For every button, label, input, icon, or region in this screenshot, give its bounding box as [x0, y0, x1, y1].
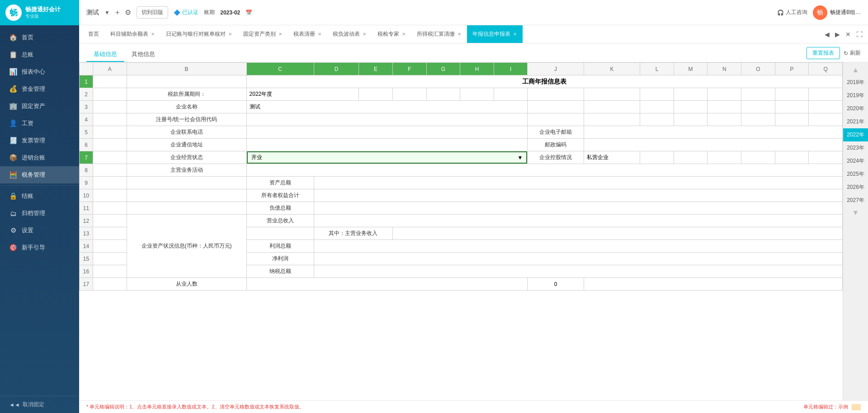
- cell-9-b[interactable]: [127, 177, 246, 189]
- tab-home[interactable]: 首页: [83, 25, 105, 43]
- cell-4-l[interactable]: [640, 113, 674, 126]
- cell-7-c-dropdown[interactable]: 开业 ▼: [246, 151, 528, 164]
- cell-13-f[interactable]: [392, 227, 842, 240]
- cell-3-j[interactable]: [528, 101, 584, 113]
- cell-11-b[interactable]: [127, 202, 246, 215]
- tab-subject-balance[interactable]: 科目辅助余额表 ✕: [105, 25, 160, 43]
- cell-3-a[interactable]: [93, 101, 127, 113]
- reset-report-btn[interactable]: 重置报表: [807, 47, 840, 59]
- cell-2-g[interactable]: [426, 88, 460, 101]
- cell-3-k[interactable]: [584, 101, 640, 113]
- cell-7-q[interactable]: [809, 151, 843, 164]
- tab-tax-list[interactable]: 税表清册 ✕: [288, 25, 327, 43]
- tab-tax-expert[interactable]: 税检专家 ✕: [372, 25, 411, 43]
- cell-2-o[interactable]: [741, 88, 775, 101]
- col-header-c[interactable]: C: [246, 63, 314, 75]
- topbar-add-btn[interactable]: +: [115, 9, 119, 17]
- tab-expand-btn[interactable]: ⛶: [854, 29, 864, 40]
- sidebar-item-reports[interactable]: 📊 报表中心: [0, 63, 79, 80]
- cell-11-a[interactable]: [93, 202, 127, 215]
- sidebar-item-stock[interactable]: 📦 进销台账: [0, 149, 79, 166]
- cell-9-d[interactable]: [314, 177, 842, 189]
- cell-4-p[interactable]: [775, 113, 809, 126]
- cell-2-m[interactable]: [674, 88, 708, 101]
- tab-annual-report[interactable]: 年报信息申报表 ✕: [467, 25, 523, 43]
- col-header-m[interactable]: M: [674, 63, 708, 75]
- cell-7-l[interactable]: [640, 151, 674, 164]
- cell-1-a[interactable]: [93, 75, 127, 88]
- cell-12-d[interactable]: [314, 215, 842, 227]
- cell-3-l[interactable]: [640, 101, 674, 113]
- cell-12-a[interactable]: [93, 215, 127, 227]
- tab-income-tax[interactable]: 所得税汇算清缴 ✕: [411, 25, 467, 43]
- tab-fixed-asset-cat[interactable]: 固定资产类别 ✕: [238, 25, 288, 43]
- tab-tax-fluctuation[interactable]: 税负波动表 ✕: [327, 25, 372, 43]
- tab-close-taxfluc[interactable]: ✕: [363, 32, 366, 37]
- cell-4-q[interactable]: [809, 113, 843, 126]
- cell-2-f[interactable]: [392, 88, 426, 101]
- cell-2-q[interactable]: [809, 88, 843, 101]
- cell-3-n[interactable]: [708, 101, 741, 113]
- cell-3-o[interactable]: [741, 101, 775, 113]
- cell-7-m[interactable]: [674, 151, 708, 164]
- cell-7-p[interactable]: [775, 151, 809, 164]
- sidebar-item-invoice[interactable]: 🧾 发票管理: [0, 132, 79, 149]
- col-header-d[interactable]: D: [314, 63, 359, 75]
- tab-close-incometax[interactable]: ✕: [458, 32, 461, 37]
- calendar-icon[interactable]: 📅: [245, 9, 252, 16]
- cell-4-o[interactable]: [741, 113, 775, 126]
- cell-4-j[interactable]: [528, 113, 584, 126]
- subtab-basic[interactable]: 基础信息: [86, 47, 124, 62]
- tab-close-journal[interactable]: ✕: [228, 32, 232, 37]
- sidebar-item-close[interactable]: 🔒 结账: [0, 188, 79, 205]
- col-header-q[interactable]: Q: [809, 63, 843, 75]
- sidebar-item-assets[interactable]: 🏢 固定资产: [0, 98, 79, 115]
- cell-1-b[interactable]: [127, 75, 246, 88]
- col-header-b[interactable]: B: [127, 63, 246, 75]
- cell-2-e[interactable]: [359, 88, 393, 101]
- cell-7-n[interactable]: [708, 151, 741, 164]
- cell-2-k[interactable]: [584, 88, 640, 101]
- cell-13-a[interactable]: [93, 227, 127, 240]
- cell-8-a[interactable]: [93, 164, 127, 177]
- cell-2-n[interactable]: [708, 88, 741, 101]
- year-item-2023[interactable]: 2023年: [843, 141, 868, 155]
- year-item-2021[interactable]: 2021年: [843, 115, 868, 128]
- cell-10-b[interactable]: [127, 189, 246, 202]
- cell-3-p[interactable]: [775, 101, 809, 113]
- tab-prev-btn[interactable]: ◀: [823, 29, 831, 40]
- cell-5-k[interactable]: [584, 126, 842, 139]
- cell-7-a[interactable]: [93, 151, 127, 164]
- tab-next-btn[interactable]: ▶: [833, 29, 842, 40]
- tab-close-annual[interactable]: ✕: [513, 32, 517, 37]
- col-header-p[interactable]: P: [775, 63, 809, 75]
- col-header-e[interactable]: E: [359, 63, 393, 75]
- col-header-n[interactable]: N: [708, 63, 741, 75]
- cell-9-a[interactable]: [93, 177, 127, 189]
- year-down-btn[interactable]: ▼: [850, 207, 861, 219]
- sidebar-item-salary[interactable]: 👤 工资: [0, 115, 79, 132]
- cell-3-q[interactable]: [809, 101, 843, 113]
- col-header-j[interactable]: J: [528, 63, 584, 75]
- cell-10-a[interactable]: [93, 189, 127, 202]
- col-header-a[interactable]: A: [93, 63, 127, 75]
- sidebar-collapse-btn[interactable]: ◄◄ 取消固定: [0, 396, 79, 413]
- cell-17-c[interactable]: [246, 278, 528, 291]
- topbar-dropdown-btn[interactable]: ▼: [104, 9, 110, 16]
- cell-11-d[interactable]: [314, 202, 842, 215]
- sidebar-item-tax[interactable]: 🧮 税务管理: [0, 166, 79, 183]
- consult-btn[interactable]: 🎧 人工咨询: [777, 9, 807, 16]
- cell-8-c[interactable]: [246, 164, 842, 177]
- cell-17-k[interactable]: [584, 278, 842, 291]
- col-header-f[interactable]: F: [392, 63, 426, 75]
- cell-2-p[interactable]: [775, 88, 809, 101]
- col-header-l[interactable]: L: [640, 63, 674, 75]
- cell-14-a[interactable]: [93, 240, 127, 253]
- year-item-2022[interactable]: 2022年: [843, 128, 868, 141]
- cell-10-d[interactable]: [314, 189, 842, 202]
- col-header-i[interactable]: I: [494, 63, 528, 75]
- cell-17-j[interactable]: 0: [528, 278, 584, 291]
- cell-6-a[interactable]: [93, 139, 127, 151]
- cell-4-n[interactable]: [708, 113, 741, 126]
- tab-journal-bank[interactable]: 日记账与银行对账单核对 ✕: [160, 25, 238, 43]
